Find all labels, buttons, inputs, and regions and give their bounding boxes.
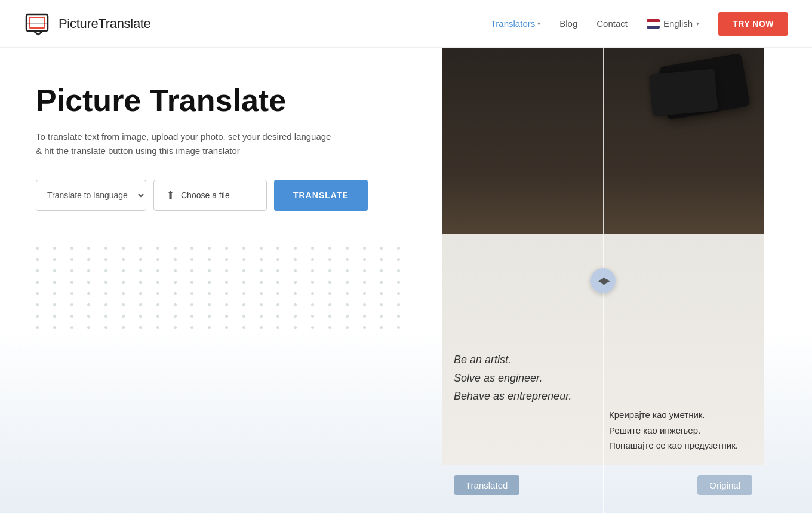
dot bbox=[122, 281, 125, 284]
dot bbox=[397, 326, 400, 329]
dot bbox=[328, 326, 331, 329]
dot bbox=[208, 292, 211, 295]
dot bbox=[242, 292, 245, 295]
dot bbox=[104, 258, 107, 261]
dot bbox=[174, 258, 177, 261]
left-panel: Picture Translate To translate text from… bbox=[0, 48, 442, 513]
dot bbox=[190, 258, 193, 261]
dot bbox=[156, 315, 159, 318]
image-comparison-panel: Be an artist. Solve as engineer. Behave … bbox=[442, 48, 764, 513]
phone-shape-2 bbox=[649, 69, 718, 116]
dot bbox=[87, 292, 90, 295]
main-wrapper: Picture Translate To translate text from… bbox=[0, 48, 812, 513]
dot bbox=[346, 269, 349, 272]
dot bbox=[311, 315, 314, 318]
translate-button[interactable]: TRANSLATE bbox=[274, 180, 368, 211]
dot bbox=[294, 281, 297, 284]
dot bbox=[190, 326, 193, 329]
dot bbox=[260, 269, 263, 272]
dot bbox=[276, 258, 279, 261]
dot bbox=[70, 315, 73, 318]
dot bbox=[294, 303, 297, 306]
dot bbox=[36, 303, 39, 306]
original-line-2: Решите као инжењер. bbox=[609, 423, 755, 438]
logo-text: PictureTranslate bbox=[59, 16, 151, 32]
dot bbox=[53, 326, 56, 329]
dot bbox=[190, 292, 193, 295]
dot bbox=[346, 292, 349, 295]
language-dropdown[interactable]: Translate to languageEnglishSpanishFrenc… bbox=[36, 180, 146, 211]
dot bbox=[380, 247, 383, 250]
dot bbox=[294, 315, 297, 318]
original-text-area: Креирајте као уметник. Решите као инжење… bbox=[603, 234, 764, 465]
main-nav: Translators ▾ Blog Contact English ▾ TRY… bbox=[491, 12, 788, 36]
hero-description: To translate text from image, upload you… bbox=[36, 130, 334, 158]
dot bbox=[311, 269, 314, 272]
dot bbox=[70, 303, 73, 306]
dot bbox=[260, 258, 263, 261]
try-now-button[interactable]: TRY NOW bbox=[718, 12, 788, 36]
dot bbox=[53, 247, 56, 250]
dot bbox=[122, 247, 125, 250]
original-line-1: Креирајте као уметник. bbox=[609, 407, 755, 423]
dot bbox=[260, 315, 263, 318]
dot bbox=[242, 315, 245, 318]
dot bbox=[294, 258, 297, 261]
upload-icon: ⬆ bbox=[166, 189, 175, 202]
dot bbox=[363, 269, 366, 272]
dot bbox=[156, 281, 159, 284]
dot bbox=[122, 292, 125, 295]
dot bbox=[87, 281, 90, 284]
dot bbox=[53, 281, 56, 284]
file-upload-label: Choose a file bbox=[181, 191, 230, 200]
translators-chevron-icon: ▾ bbox=[537, 20, 540, 27]
dot bbox=[174, 303, 177, 306]
dot bbox=[225, 303, 228, 306]
dot bbox=[363, 326, 366, 329]
dot bbox=[174, 247, 177, 250]
dot bbox=[346, 315, 349, 318]
dot bbox=[242, 281, 245, 284]
nav-blog[interactable]: Blog bbox=[559, 19, 577, 29]
logo[interactable]: PictureTranslate bbox=[24, 10, 151, 38]
nav-translators[interactable]: Translators ▾ bbox=[491, 19, 540, 29]
dot bbox=[260, 281, 263, 284]
original-text: Креирајте као уметник. Решите као инжење… bbox=[609, 407, 755, 453]
language-selector[interactable]: English ▾ bbox=[647, 19, 699, 29]
dot bbox=[174, 315, 177, 318]
dot bbox=[363, 315, 366, 318]
comparison-slider-handle[interactable]: ◀▶ bbox=[590, 268, 616, 293]
dot bbox=[208, 247, 211, 250]
dot bbox=[225, 258, 228, 261]
dot bbox=[122, 326, 125, 329]
dot bbox=[397, 258, 400, 261]
dot bbox=[242, 269, 245, 272]
dot bbox=[328, 269, 331, 272]
dot bbox=[139, 258, 142, 261]
dot bbox=[70, 258, 73, 261]
dot bbox=[276, 281, 279, 284]
dot bbox=[260, 292, 263, 295]
dot bbox=[87, 258, 90, 261]
dot bbox=[346, 303, 349, 306]
dot bbox=[139, 247, 142, 250]
dot bbox=[87, 269, 90, 272]
nav-contact[interactable]: Contact bbox=[596, 19, 628, 29]
dot bbox=[208, 315, 211, 318]
dot bbox=[36, 258, 39, 261]
dot bbox=[328, 281, 331, 284]
dot bbox=[104, 303, 107, 306]
dot bbox=[104, 269, 107, 272]
dot bbox=[397, 303, 400, 306]
dot bbox=[174, 269, 177, 272]
header: PictureTranslate Translators ▾ Blog Cont… bbox=[0, 0, 812, 48]
original-label: Original bbox=[697, 475, 752, 495]
dot bbox=[190, 281, 193, 284]
dot bbox=[174, 326, 177, 329]
dot bbox=[53, 315, 56, 318]
dot bbox=[328, 303, 331, 306]
dot bbox=[122, 303, 125, 306]
dot bbox=[276, 269, 279, 272]
file-upload-button[interactable]: ⬆ Choose a file bbox=[153, 180, 267, 211]
dot bbox=[380, 315, 383, 318]
